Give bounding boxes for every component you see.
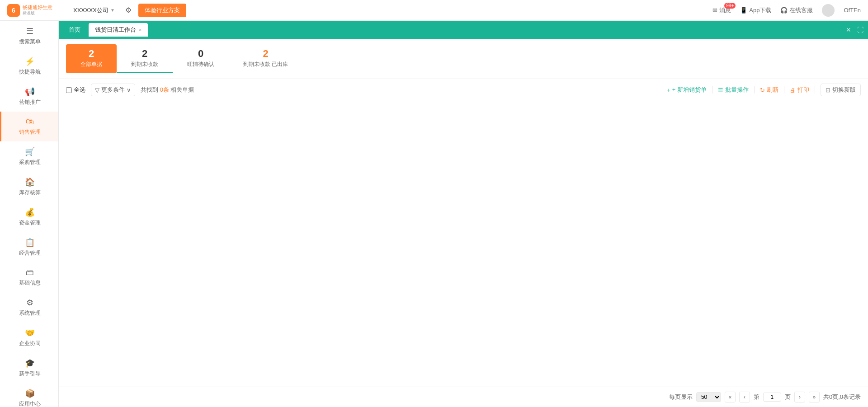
page-number-input[interactable] [763, 393, 781, 402]
cooperation-icon: 🤝 [25, 328, 35, 338]
prev-page-button[interactable]: ‹ [739, 392, 750, 402]
found-text: 共找到 0条 相关单据 [141, 86, 194, 94]
sales-icon: 🛍 [26, 117, 34, 126]
guide-icon: 🎓 [25, 358, 35, 368]
tab-home[interactable]: 首页 [62, 23, 87, 37]
sidebar-item-label: 营销推广 [19, 98, 41, 106]
settings-button[interactable]: ⚙ [122, 4, 135, 17]
trial-button[interactable]: 体验行业方案 [138, 4, 186, 17]
status-card-wangfu[interactable]: 0 旺辅待确认 [173, 44, 229, 73]
per-page-select[interactable]: 50 100 200 [696, 392, 721, 402]
all-label: 全部单据 [80, 61, 102, 68]
sidebar-item-label: 资金管理 [19, 219, 41, 227]
status-cards: 2 全部单据 2 到期未收款 0 旺辅待确认 2 到期未收款 已出库 [59, 39, 868, 79]
switch-label: 切换新版 [832, 86, 856, 94]
sidebar-item-purchase[interactable]: 🛒 采购管理 [0, 141, 58, 172]
batch-label: 批量操作 [725, 86, 749, 94]
sidebar-item-search[interactable]: ☰ 搜索菜单 [0, 21, 58, 51]
wangfu-count: 0 [187, 48, 214, 60]
sidebar-item-marketing[interactable]: 📢 营销推广 [0, 81, 58, 112]
found-suffix: 相关单据 [170, 86, 194, 93]
sidebar-item-system[interactable]: ⚙ 系统管理 [0, 292, 58, 323]
select-all-input[interactable] [66, 87, 72, 93]
filter-button[interactable]: ▽ 更多条件 ∨ [91, 84, 135, 96]
sidebar-item-label: 搜索菜单 [19, 38, 41, 46]
status-card-overdue[interactable]: 2 到期未收款 [117, 44, 173, 73]
window-expand-btn[interactable]: ⛶ [856, 26, 864, 34]
sidebar-item-operation[interactable]: 📋 经营管理 [0, 232, 58, 262]
app-label: App下载 [749, 6, 771, 14]
home-label: 首页 [69, 26, 80, 34]
header-right: ✉ 消息 99+ 📱 App下载 🎧 在线客服 OfTEn [712, 4, 861, 17]
divider-3 [784, 86, 784, 94]
message-button[interactable]: ✉ 消息 99+ [712, 6, 731, 14]
username-label: OfTEn [844, 7, 861, 14]
operation-icon: 📋 [25, 238, 35, 248]
service-label: 在线客服 [789, 6, 813, 14]
pagination: 每页显示 50 100 200 « ‹ 第 页 › » 共0页,0条记录 [59, 387, 868, 407]
page-end-label: 页 [785, 393, 791, 401]
switch-version-button[interactable]: ⊡ 切换新版 [821, 84, 861, 96]
sidebar-item-label: 新手引导 [19, 370, 41, 378]
search-menu-icon: ☰ [26, 26, 33, 36]
next-page-button[interactable]: › [794, 392, 805, 402]
inventory-icon: 🏠 [25, 177, 35, 187]
add-icon: + [667, 87, 670, 94]
company-name: XXXXXX公司 [73, 6, 108, 14]
sidebar-item-sales[interactable]: 🛍 销售管理 [0, 112, 58, 141]
status-card-outbound[interactable]: 2 到期未收款 已出库 [229, 44, 302, 73]
outbound-count: 2 [243, 48, 288, 60]
main-content: 首页 钱货日清工作台 × ✕ ⛶ 2 全部单据 2 到期未收款 [59, 21, 868, 407]
print-label: 打印 [797, 86, 809, 94]
page-label: 第 [754, 393, 760, 401]
window-close-btn[interactable]: ✕ [844, 26, 853, 34]
found-prefix: 共找到 [141, 86, 158, 93]
app-download-button[interactable]: 📱 App下载 [740, 6, 771, 14]
online-service-button[interactable]: 🎧 在线客服 [780, 6, 813, 14]
per-page-label: 每页显示 [669, 393, 693, 401]
sidebar-item-label: 系统管理 [19, 309, 41, 317]
message-icon: ✉ [712, 7, 717, 14]
tab-bar-right: ✕ ⛶ [844, 26, 864, 34]
sidebar: ☰ 搜索菜单 ⚡ 快捷导航 📢 营销推广 🛍 销售管理 🛒 采购管理 🏠 库存核… [0, 21, 59, 407]
first-page-button[interactable]: « [725, 392, 736, 402]
sidebar-item-inventory[interactable]: 🏠 库存核算 [0, 172, 58, 202]
refresh-icon: ↻ [760, 87, 765, 94]
refresh-label: 刷新 [767, 86, 778, 94]
tab-active[interactable]: 钱货日清工作台 × [89, 23, 148, 37]
sidebar-item-quick-nav[interactable]: ⚡ 快捷导航 [0, 51, 58, 81]
last-page-button[interactable]: » [809, 392, 820, 402]
sidebar-item-label: 快捷导航 [19, 68, 41, 76]
system-icon: ⚙ [26, 298, 33, 308]
select-all-checkbox[interactable]: 全选 [66, 86, 85, 94]
table-area [59, 101, 868, 387]
sidebar-item-app-center[interactable]: 📦 应用中心 [0, 383, 58, 407]
sidebar-item-label: 销售管理 [19, 128, 41, 136]
print-button[interactable]: 🖨 打印 [790, 86, 809, 94]
logo-area: 6 畅捷通好生意 标准版 [7, 4, 66, 17]
finance-icon: 💰 [25, 207, 35, 217]
filter-icon: ▽ [95, 87, 99, 94]
sidebar-item-guide[interactable]: 🎓 新手引导 [0, 353, 58, 383]
refresh-button[interactable]: ↻ 刷新 [760, 86, 778, 94]
divider-4 [815, 86, 815, 94]
logo-icon: 6 [7, 4, 20, 17]
sidebar-item-finance[interactable]: 💰 资金管理 [0, 202, 58, 232]
app-icon: 📱 [740, 7, 747, 14]
outbound-label: 到期未收款 已出库 [243, 61, 288, 68]
tab-active-label: 钱货日清工作台 [95, 26, 136, 34]
avatar[interactable] [822, 4, 835, 17]
add-order-button[interactable]: + + 新增销货单 [667, 86, 707, 94]
sidebar-item-base-info[interactable]: 🗃 基础信息 [0, 262, 58, 292]
status-card-all[interactable]: 2 全部单据 [66, 44, 117, 73]
overdue-count: 2 [131, 48, 158, 60]
sidebar-item-cooperation[interactable]: 🤝 企业协同 [0, 323, 58, 353]
batch-button[interactable]: ☰ 批量操作 [718, 86, 749, 94]
tab-close-icon[interactable]: × [139, 27, 142, 33]
overdue-label: 到期未收款 [131, 61, 158, 68]
print-icon: 🖨 [790, 87, 796, 94]
company-selector[interactable]: XXXXXX公司 ▼ [70, 5, 118, 16]
toolbar-right: + + 新增销货单 ☰ 批量操作 ↻ 刷新 🖨 [667, 84, 861, 96]
toolbar-left: 全选 ▽ 更多条件 ∨ 共找到 0条 相关单据 [66, 84, 661, 96]
filter-label: 更多条件 [101, 86, 125, 94]
